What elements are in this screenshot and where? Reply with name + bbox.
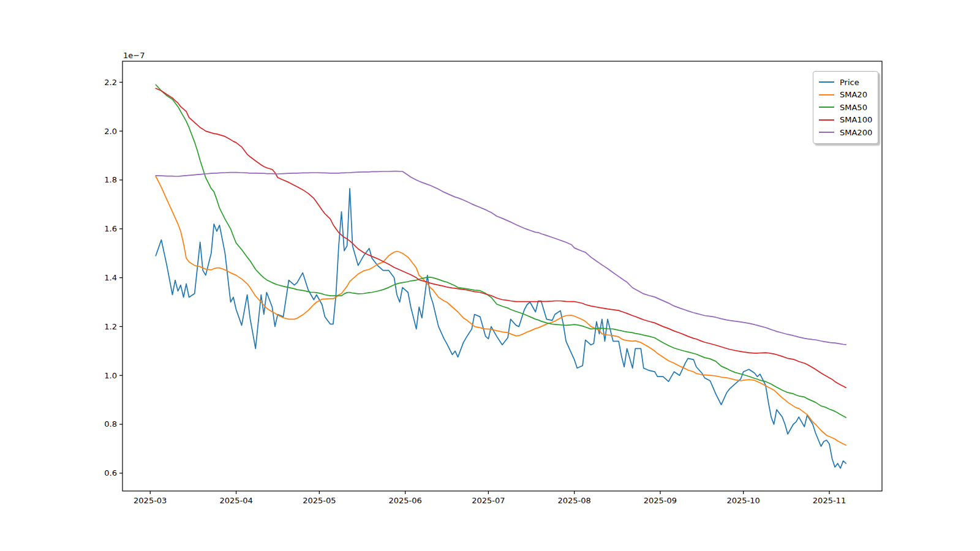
legend-entry-label: SMA50: [840, 103, 867, 111]
x-tick-label: 2025-04: [219, 496, 252, 505]
y-tick-label: 0.6: [104, 468, 117, 478]
y-tick-label: 1.2: [104, 322, 117, 331]
legend-entry-label: Price: [840, 78, 859, 86]
legend: PriceSMA20SMA50SMA100SMA200: [813, 71, 878, 144]
legend-line-swatch: [819, 94, 834, 96]
legend-entry-sma100: SMA100: [819, 114, 872, 127]
y-tick-label: 1.8: [104, 175, 117, 184]
figure: 1e−7 0.60.81.01.21.41.61.82.02.22025-032…: [0, 0, 980, 551]
legend-entry-sma200: SMA200: [819, 126, 872, 139]
x-tick-label: 2025-03: [134, 496, 167, 505]
legend-line-swatch: [819, 81, 834, 83]
legend-line-swatch: [819, 119, 834, 121]
x-tick-label: 2025-10: [727, 496, 760, 505]
x-tick-label: 2025-05: [303, 496, 336, 505]
legend-line-swatch: [819, 107, 834, 108]
series-line-sma200: [156, 171, 846, 345]
series-line-price: [156, 189, 846, 468]
legend-entry-label: SMA100: [840, 116, 872, 124]
y-tick-label: 1.0: [104, 371, 117, 380]
legend-line-swatch: [819, 132, 834, 133]
axes-spines: [123, 61, 882, 491]
legend-entry-sma20: SMA20: [819, 89, 872, 102]
x-tick-label: 2025-08: [558, 496, 591, 505]
legend-entry-price: Price: [819, 76, 872, 89]
x-tick-label: 2025-06: [388, 496, 421, 505]
legend-entry-sma50: SMA50: [819, 101, 872, 114]
x-tick-label: 2025-11: [813, 496, 846, 505]
series-line-sma50: [156, 84, 846, 418]
y-tick-label: 0.8: [104, 419, 117, 429]
y-tick-label: 2.2: [104, 78, 117, 87]
x-tick-label: 2025-07: [472, 496, 505, 505]
legend-entry-label: SMA200: [840, 129, 872, 137]
y-tick-label: 2.0: [104, 127, 117, 136]
y-tick-label: 1.4: [104, 273, 117, 282]
x-tick-label: 2025-09: [644, 496, 677, 505]
legend-entry-label: SMA20: [840, 91, 867, 99]
y-tick-label: 1.6: [104, 224, 117, 233]
